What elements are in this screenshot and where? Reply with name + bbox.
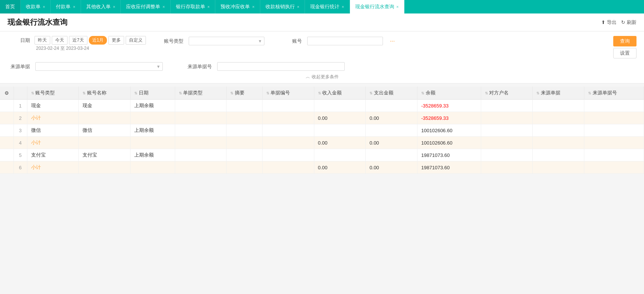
source-doc-num-input[interactable] bbox=[217, 62, 345, 71]
nav-tab-label: 应收应付调整单 bbox=[126, 3, 160, 10]
row-num: 4 bbox=[14, 137, 27, 149]
row-date bbox=[130, 161, 175, 174]
row-voucher-no bbox=[262, 161, 314, 174]
row-counter-party bbox=[481, 137, 533, 149]
collapse-button[interactable]: ︿ 收起更多条件 bbox=[8, 72, 636, 83]
source-doc-num-wrap bbox=[217, 62, 345, 71]
col-voucher-no[interactable]: ⇅ 单据编号 bbox=[262, 87, 314, 100]
nav-tab-payments[interactable]: 付款单 × bbox=[51, 0, 81, 13]
sort-icon: ⇅ bbox=[318, 91, 321, 95]
col-balance[interactable]: ⇅ 余额 bbox=[417, 87, 481, 100]
date-btn-custom[interactable]: 自定义 bbox=[126, 36, 146, 45]
row-income bbox=[314, 124, 366, 137]
close-icon[interactable]: × bbox=[342, 4, 344, 9]
col-expense[interactable]: ⇅ 支出金额 bbox=[366, 87, 417, 100]
nav-tab-other-income[interactable]: 其他收入单 × bbox=[81, 0, 121, 13]
date-btn-more[interactable]: 更多 bbox=[108, 36, 124, 45]
source-doc-input[interactable] bbox=[35, 62, 163, 71]
nav-tab-receipts[interactable]: 收款单 × bbox=[21, 0, 51, 13]
row-date: 上期余额 bbox=[130, 149, 175, 161]
table-row: 6 小计 0.00 0.00 19871073.60 bbox=[0, 161, 644, 174]
row-expense: 0.00 bbox=[366, 112, 417, 124]
filter-area: 日期 昨天 今天 近7天 近1月 更多 自定义 2023-02-24 至 202… bbox=[0, 31, 644, 84]
close-icon[interactable]: × bbox=[73, 4, 75, 9]
col-label: 对方户名 bbox=[489, 90, 509, 96]
nav-tab-receipt-verify[interactable]: 收款核销执行 × bbox=[260, 0, 305, 13]
nav-tab-cash-bank-stat[interactable]: 现金银行统计 × bbox=[305, 0, 350, 13]
row-account-type: 微信 bbox=[27, 124, 79, 137]
nav-tab-cash-bank-flow[interactable]: 现金银行流水查询 × bbox=[350, 0, 404, 13]
col-account-name[interactable]: ⇅ 账号名称 bbox=[79, 87, 131, 100]
date-btn-1month[interactable]: 近1月 bbox=[89, 36, 107, 45]
close-icon[interactable]: × bbox=[207, 4, 210, 9]
row-gear bbox=[0, 137, 14, 149]
row-balance: 19871073.60 bbox=[417, 161, 481, 174]
row-voucher-type bbox=[175, 112, 227, 124]
date-label: 日期 bbox=[8, 37, 30, 44]
nav-tab-label: 银行存取款单 bbox=[176, 3, 205, 10]
row-counter-party bbox=[481, 124, 533, 137]
date-btn-7days[interactable]: 近7天 bbox=[69, 36, 87, 45]
export-button[interactable]: ⬆ 导出 bbox=[601, 19, 617, 26]
col-summary[interactable]: ⇅ 摘要 bbox=[227, 87, 262, 100]
row-account-type: 现金 bbox=[27, 100, 79, 112]
row-voucher-no bbox=[262, 112, 314, 124]
row-source-doc bbox=[533, 149, 584, 161]
col-gear[interactable]: ⚙ bbox=[0, 87, 14, 100]
row-expense: 0.00 bbox=[366, 137, 417, 149]
data-table-wrap: ⚙ ⇅ 账号类型 ⇅ 账号名称 ⇅ 日期 ⇅ 单据类型 bbox=[0, 87, 644, 174]
row-num: 1 bbox=[14, 100, 27, 112]
sort-icon: ⇅ bbox=[421, 91, 424, 95]
close-icon[interactable]: × bbox=[162, 4, 165, 9]
source-doc-num-label: 来源单据号 bbox=[188, 63, 212, 70]
table-row: 3 微信 微信 上期余额 100102606.60 bbox=[0, 124, 644, 137]
col-label: 来源单据号 bbox=[593, 90, 617, 96]
sort-icon: ⇅ bbox=[485, 91, 488, 95]
refresh-button[interactable]: ↻ 刷新 bbox=[621, 19, 636, 26]
row-summary bbox=[227, 112, 262, 124]
nav-tab-label: 预收冲应收单 bbox=[221, 3, 250, 10]
row-account-name: 现金 bbox=[79, 100, 131, 112]
query-button[interactable]: 查询 bbox=[613, 36, 636, 46]
nav-tab-bank-deposit[interactable]: 银行存取款单 × bbox=[171, 0, 215, 13]
row-counter-party bbox=[481, 161, 533, 174]
row-income: 0.00 bbox=[314, 112, 366, 124]
date-btn-today[interactable]: 今天 bbox=[52, 36, 68, 45]
table-row: 4 小计 0.00 0.00 100102606.60 bbox=[0, 137, 644, 149]
nav-tab-label: 收款单 bbox=[26, 3, 41, 10]
settings-button[interactable]: 设置 bbox=[613, 48, 636, 58]
col-income[interactable]: ⇅ 收入金额 bbox=[314, 87, 366, 100]
account-type-input[interactable] bbox=[189, 37, 264, 45]
col-account-type[interactable]: ⇅ 账号类型 bbox=[27, 87, 79, 100]
nav-tab-prepaid-offset[interactable]: 预收冲应收单 × bbox=[215, 0, 260, 13]
source-doc-wrap: ▾ bbox=[35, 62, 163, 71]
row-voucher-no bbox=[262, 100, 314, 112]
col-source-doc[interactable]: ⇅ 来源单据 bbox=[533, 87, 584, 100]
row-expense: 0.00 bbox=[366, 161, 417, 174]
sort-icon: ⇅ bbox=[31, 91, 34, 95]
nav-tab-ar-ap-adjust[interactable]: 应收应付调整单 × bbox=[121, 0, 170, 13]
nav-tab-home[interactable]: 首页 bbox=[0, 0, 21, 13]
col-date[interactable]: ⇅ 日期 bbox=[130, 87, 175, 100]
sort-icon: ⇅ bbox=[134, 91, 137, 95]
date-btn-yesterday[interactable]: 昨天 bbox=[35, 36, 50, 45]
row-source-doc-no bbox=[584, 100, 644, 112]
row-gear bbox=[0, 112, 14, 124]
close-icon[interactable]: × bbox=[252, 4, 254, 9]
top-nav: 首页 收款单 × 付款单 × 其他收入单 × 应收应付调整单 × 银行存取款单 … bbox=[0, 0, 644, 13]
col-counter-party[interactable]: ⇅ 对方户名 bbox=[481, 87, 533, 100]
col-source-doc-no[interactable]: ⇅ 来源单据号 bbox=[584, 87, 644, 100]
close-icon[interactable]: × bbox=[113, 4, 115, 9]
row-voucher-no bbox=[262, 149, 314, 161]
row-income bbox=[314, 149, 366, 161]
account-input[interactable] bbox=[307, 37, 383, 45]
row-gear bbox=[0, 149, 14, 161]
close-icon[interactable]: × bbox=[297, 4, 299, 9]
account-label: 账号 bbox=[279, 38, 302, 45]
col-voucher-type[interactable]: ⇅ 单据类型 bbox=[175, 87, 227, 100]
close-icon[interactable]: × bbox=[43, 4, 45, 9]
dots-icon[interactable]: ··· bbox=[390, 38, 395, 45]
close-icon[interactable]: × bbox=[396, 4, 399, 9]
row-expense bbox=[366, 124, 417, 137]
col-label: 收入金额 bbox=[322, 90, 342, 96]
